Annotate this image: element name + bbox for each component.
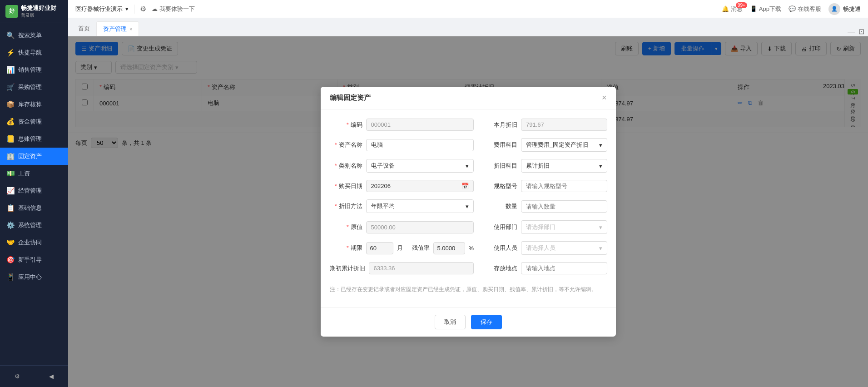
modal-close-button[interactable]: ×	[602, 93, 607, 103]
notification-button[interactable]: 🔔 消息 99+	[722, 5, 743, 13]
topbar-right: 🔔 消息 99+ 📱 App下载 💬 在线客服 👤 畅捷通	[722, 3, 861, 15]
user-select[interactable]: 请选择人员 ▾	[521, 241, 607, 255]
sidebar-item-fixedassets[interactable]: 🏢 固定资产	[0, 148, 68, 165]
original-value-label: 原值	[330, 223, 362, 231]
app-download-label: App下载	[759, 5, 781, 13]
form-item-code: 编码	[330, 119, 474, 131]
form-item-category: 类别名称 电子设备 ▾	[330, 159, 474, 173]
dep-method-select[interactable]: 年限平均 ▾	[366, 199, 474, 213]
cancel-button[interactable]: 取消	[435, 315, 466, 329]
department-placeholder: 请选择部门	[526, 223, 556, 231]
dep-method-dropdown-icon: ▾	[466, 203, 469, 210]
sidebar-item-sales[interactable]: 📊 销售管理	[0, 61, 68, 79]
user-menu[interactable]: 👤 畅捷通	[828, 3, 861, 15]
code-label: 编码	[330, 121, 362, 129]
sidebar-item-quicknav[interactable]: ⚡ 快捷导航	[0, 44, 68, 61]
fixedassets-icon: 🏢	[6, 152, 15, 160]
funds-icon: 💰	[6, 118, 15, 126]
sidebar-item-operations[interactable]: 📈 经营管理	[0, 182, 68, 199]
form-item-expense-subject: 费用科目 管理费用_固定资产折旧 ▾	[485, 138, 607, 152]
asset-name-label: 资产名称	[330, 141, 362, 149]
note-text: 注：已经存在变更记录或者对应固定资产已经生成凭证，原值、购买日期、残值率、累计折…	[330, 286, 597, 293]
quantity-label: 数量	[485, 202, 517, 210]
experience-button[interactable]: ☁ 我要体验一下	[152, 5, 195, 13]
asset-name-input[interactable]	[366, 139, 474, 151]
tab-maximize-icon[interactable]: ⊡	[858, 27, 864, 36]
sidebar-item-appcenter[interactable]: 📱 应用中心	[0, 268, 68, 286]
sidebar-item-payroll[interactable]: 💵 工资	[0, 165, 68, 182]
tabbar: 首页 资产管理 × — ⊡	[68, 18, 868, 36]
collapse-button[interactable]: ◀	[34, 369, 68, 383]
settings-button[interactable]: ⚙	[0, 369, 34, 383]
sidebar-item-label: 应用中心	[18, 273, 42, 281]
dep-subject-select[interactable]: 累计折旧 ▾	[521, 159, 607, 173]
location-label: 存放地点	[485, 264, 517, 273]
company-dropdown-icon: ▾	[125, 5, 129, 12]
edit-asset-modal: 编辑固定资产 × 编码 本月折旧	[321, 87, 616, 336]
sidebar-item-guide[interactable]: 🎯 新手引导	[0, 251, 68, 268]
form-item-original-value: 原值	[330, 220, 474, 234]
location-input[interactable]	[521, 262, 607, 274]
experience-label: 我要体验一下	[159, 5, 195, 13]
sidebar-item-ledger[interactable]: 📒 总账管理	[0, 130, 68, 148]
sidebar-item-label: 库存核算	[18, 100, 42, 109]
form-item-purchase-date: 购买日期 202206 📅	[330, 180, 474, 192]
sidebar-item-basicinfo[interactable]: 📋 基础信息	[0, 199, 68, 217]
form-grid: 编码 本月折旧 资产名称	[330, 119, 607, 298]
sidebar: 好 畅捷通好业财 普及版 🔍 搜索菜单 ⚡ 快捷导航 📊 销售管理 🛒 采购管理	[0, 0, 68, 387]
residual-rate-input[interactable]	[433, 242, 465, 254]
dep-method-value: 年限平均	[371, 202, 395, 210]
period-inline: 月 残值率 %	[366, 242, 474, 254]
tab-assets[interactable]: 资产管理 ×	[96, 21, 139, 36]
tab-assets-label: 资产管理	[103, 25, 127, 33]
original-value-input[interactable]	[366, 221, 474, 233]
quantity-input[interactable]	[521, 200, 607, 213]
monthly-dep-input[interactable]	[521, 119, 607, 131]
category-select[interactable]: 电子设备 ▾	[366, 159, 474, 173]
settings-gear-button[interactable]: ⚙	[140, 5, 146, 13]
cloud-icon: ☁	[152, 5, 158, 12]
sidebar-item-purchase[interactable]: 🛒 采购管理	[0, 79, 68, 96]
sidebar-item-label: 系统管理	[18, 221, 42, 229]
residual-rate-label: 残值率	[412, 244, 430, 252]
initial-dep-input[interactable]	[369, 262, 474, 274]
sidebar-item-funds[interactable]: 💰 资金管理	[0, 113, 68, 130]
form-item-monthly-dep: 本月折旧	[485, 119, 607, 131]
sidebar-item-cooperation[interactable]: 🤝 企业协同	[0, 234, 68, 251]
sidebar-item-search[interactable]: 🔍 搜索菜单	[0, 27, 68, 44]
category-dropdown-icon2: ▾	[466, 163, 469, 169]
sysmanage-icon: ⚙️	[6, 221, 15, 229]
form-item-period: 期限 月 残值率 %	[330, 241, 474, 255]
dep-subject-label: 折旧科目	[485, 162, 517, 170]
tab-close-icon[interactable]: ×	[129, 26, 132, 32]
tab-home[interactable]: 首页	[72, 21, 96, 36]
purchase-icon: 🛒	[6, 83, 15, 91]
expense-subject-select[interactable]: 管理费用_固定资产折旧 ▾	[521, 138, 607, 152]
code-input[interactable]	[366, 119, 474, 131]
tab-minimize-icon[interactable]: —	[848, 28, 855, 36]
period-input[interactable]	[366, 242, 393, 254]
residual-rate-unit: %	[469, 245, 474, 252]
category-value: 电子设备	[371, 162, 395, 170]
spec-input[interactable]	[521, 180, 607, 192]
sidebar-item-label: 基础信息	[18, 204, 42, 212]
save-button[interactable]: 保存	[471, 315, 502, 329]
sidebar-footer: ⚙ ◀	[0, 365, 68, 387]
sidebar-item-label: 工资	[18, 169, 30, 178]
app-download-button[interactable]: 📱 App下载	[750, 5, 781, 13]
tabbar-actions: — ⊡	[848, 27, 864, 36]
sidebar-item-sysmanage[interactable]: ⚙️ 系统管理	[0, 217, 68, 234]
modal-title: 编辑固定资产	[330, 94, 371, 102]
online-service-button[interactable]: 💬 在线客服	[789, 5, 821, 13]
sidebar-item-inventory[interactable]: 📦 库存核算	[0, 96, 68, 113]
main-area: 医疗器械行业演示 ▾ ⚙ ☁ 我要体验一下 🔔 消息 99+ 📱 App下载	[68, 0, 868, 387]
user-dropdown-icon: ▾	[599, 245, 602, 252]
period-label: 期限	[330, 244, 362, 252]
monthly-dep-label: 本月折旧	[485, 121, 517, 129]
company-selector[interactable]: 医疗器械行业演示 ▾	[75, 5, 129, 13]
purchase-date-picker[interactable]: 202206 📅	[366, 180, 474, 192]
tab-home-label: 首页	[78, 25, 90, 33]
expense-subject-value: 管理费用_固定资产折旧	[526, 141, 588, 149]
calendar-icon: 📅	[461, 183, 469, 189]
department-select[interactable]: 请选择部门 ▾	[521, 220, 607, 234]
